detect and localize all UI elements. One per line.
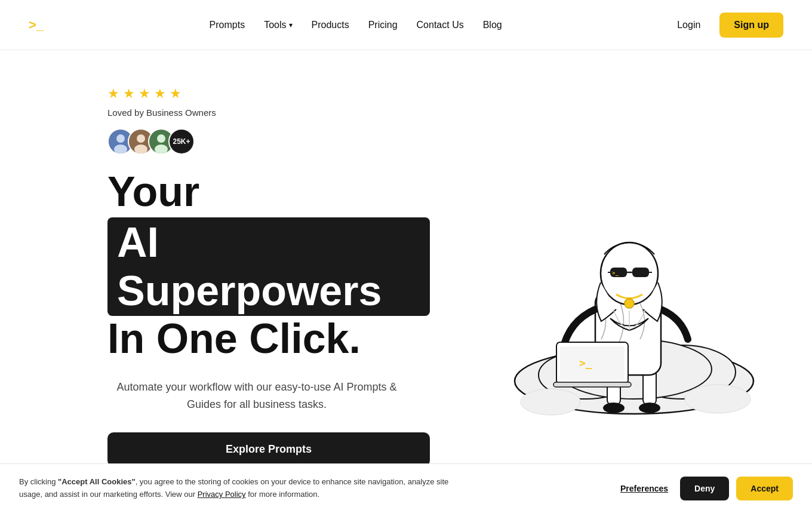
cookie-prefix: By clicking <box>19 477 58 486</box>
login-button[interactable]: Login <box>668 15 710 35</box>
explore-prompts-button[interactable]: Explore Prompts <box>107 432 430 466</box>
svg-text:>_: >_ <box>612 270 619 276</box>
nav-prompts[interactable]: Prompts <box>210 20 245 30</box>
user-count-badge: 25K+ <box>168 128 195 155</box>
svg-text:>_: >_ <box>579 357 592 369</box>
svg-point-22 <box>601 242 658 305</box>
star-3: ★ <box>139 86 150 102</box>
svg-point-7 <box>157 134 165 143</box>
star-5: ★ <box>170 86 182 102</box>
loved-text: Loved by Business Owners <box>107 107 430 118</box>
logo-icon: >_ <box>29 17 44 33</box>
star-1: ★ <box>107 86 119 102</box>
nav-contact[interactable]: Contact Us <box>417 20 464 30</box>
nav-tools[interactable]: Tools ▾ <box>264 20 292 30</box>
svg-rect-19 <box>553 382 631 387</box>
svg-point-29 <box>625 299 634 308</box>
hero-title-line2: In One Click. <box>107 316 430 362</box>
svg-rect-24 <box>632 268 649 277</box>
avatar-group: 25K+ <box>107 128 430 155</box>
hero-title-highlight: AI Superpowers <box>107 217 430 316</box>
nav-pricing[interactable]: Pricing <box>368 20 398 30</box>
hero-content: ★ ★ ★ ★ ★ Loved by Business Owners <box>107 86 430 509</box>
hero-title-highlight-wrapper: AI Superpowers <box>107 217 430 316</box>
hero-description: Automate your workflow with our easy-to-… <box>107 379 406 413</box>
hero-section: ★ ★ ★ ★ ★ Loved by Business Owners <box>0 50 812 513</box>
deny-button[interactable]: Deny <box>680 477 729 500</box>
svg-point-15 <box>603 403 625 413</box>
star-2: ★ <box>123 86 135 102</box>
nav-links: Prompts Tools ▾ Products Pricing Contact… <box>210 20 502 30</box>
svg-point-31 <box>685 385 751 413</box>
accept-button[interactable]: Accept <box>736 477 793 500</box>
cookie-banner: By clicking "Accept All Cookies", you ag… <box>0 463 812 513</box>
svg-point-4 <box>137 134 145 143</box>
svg-point-16 <box>639 403 660 413</box>
nav-actions: Login Sign up <box>668 13 783 38</box>
hero-title-your: Your <box>107 169 430 215</box>
svg-point-1 <box>116 134 125 143</box>
star-4: ★ <box>154 86 166 102</box>
zeus-illustration: >_ >_ <box>491 166 777 429</box>
logo[interactable]: >_ <box>29 17 44 33</box>
cookie-text: By clicking "Accept All Cookies", you ag… <box>19 476 473 501</box>
navbar: >_ Prompts Tools ▾ Products Pricing Cont… <box>0 0 812 50</box>
star-rating: ★ ★ ★ ★ ★ <box>107 86 430 102</box>
svg-point-30 <box>521 389 580 415</box>
signup-button[interactable]: Sign up <box>719 13 783 38</box>
hero-illustration-container: >_ >_ <box>485 166 783 429</box>
nav-products[interactable]: Products <box>312 20 349 30</box>
cookie-accept-text: "Accept All Cookies" <box>58 477 136 486</box>
chevron-down-icon: ▾ <box>289 21 293 29</box>
privacy-policy-link[interactable]: Privacy Policy <box>198 490 246 499</box>
cookie-suffix2: for more information. <box>246 490 320 499</box>
svg-rect-20 <box>560 346 625 380</box>
preferences-button[interactable]: Preferences <box>616 484 673 493</box>
cookie-actions: Preferences Deny Accept <box>616 477 793 500</box>
nav-blog[interactable]: Blog <box>483 20 502 30</box>
